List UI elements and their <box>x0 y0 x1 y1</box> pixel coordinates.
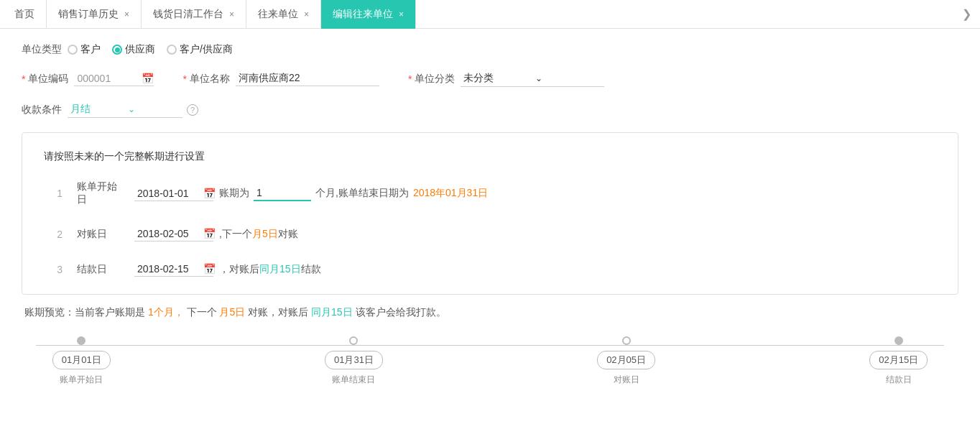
step-2-highlight: 月5日 <box>252 228 278 241</box>
radio-both-label: 客户/供应商 <box>180 43 233 56</box>
step-1-num: 1 <box>51 188 63 199</box>
radio-supplier-label: 供应商 <box>125 43 155 56</box>
timeline-label-4: 结款日 <box>886 374 912 386</box>
tab-bar: 首页 销售订单历史 × 钱货日清工作台 × 往来单位 × 编辑往来单位 × ❯ <box>0 0 980 29</box>
preview-text: 账期预览：当前客户账期是 1个月， 下一个 月5日 对账，对账后 同月15日 该… <box>22 306 958 319</box>
step-1-label: 账单开始日 <box>77 180 120 206</box>
step-1-calendar-icon[interactable]: 📅 <box>203 188 216 199</box>
payment-group: 收款条件 月结 ⌄ ? <box>22 101 198 118</box>
tab-edit-partner-label: 编辑往来单位 <box>333 8 393 21</box>
unit-name-input[interactable] <box>236 71 379 86</box>
unit-name-star: * <box>182 73 186 85</box>
timeline-badge-1: 01月01日 <box>52 351 111 369</box>
preview-reconcile-suffix: 对账，对账后 <box>248 306 308 318</box>
unit-classify-select[interactable]: 未分类 ⌄ <box>461 70 604 87</box>
preview-prefix: 账期预览：当前客户账期是 <box>24 306 145 318</box>
tab-partner[interactable]: 往来单位 × <box>246 0 321 29</box>
payment-label: 收款条件 <box>22 104 62 116</box>
step-1-date-input[interactable] <box>137 188 200 199</box>
unit-type-label: 单位类型 <box>22 43 62 56</box>
tab-expand-button[interactable]: ❯ <box>953 0 980 29</box>
step-3-desc-prefix: ，对账后 <box>219 263 259 276</box>
radio-supplier-circle <box>112 45 122 55</box>
tab-edit-partner[interactable]: 编辑往来单位 × <box>321 0 416 29</box>
timeline-dot-2 <box>349 336 358 345</box>
radio-customer[interactable]: 客户 <box>68 43 101 56</box>
preview-reconcile-highlight: 月5日 <box>219 306 245 318</box>
unit-classify-value: 未分类 <box>463 72 530 85</box>
timeline-point-4: 02月15日 结款日 <box>854 336 944 386</box>
step-3-date-field: 📅 <box>134 262 213 277</box>
payment-value: 月结 <box>70 103 122 116</box>
unit-code-group: * 单位编码 📅 <box>22 71 154 86</box>
timeline-label-2: 账单结束日 <box>332 374 375 386</box>
timeline-label-1: 账单开始日 <box>60 374 103 386</box>
unit-code-input[interactable] <box>74 71 139 86</box>
unit-code-field-wrapper: 📅 <box>74 71 154 86</box>
timeline-badge-4: 02月15日 <box>869 351 928 369</box>
unit-classify-label: 单位分类 <box>415 73 455 86</box>
step-3-calendar-icon[interactable]: 📅 <box>203 263 216 275</box>
tab-partner-close[interactable]: × <box>304 9 309 19</box>
preview-payment-highlight: 同月15日 <box>311 306 353 318</box>
tab-edit-partner-close[interactable]: × <box>399 9 404 19</box>
unit-type-radio-group: 客户 供应商 客户/供应商 <box>68 43 233 56</box>
tab-sales-history[interactable]: 销售订单历史 × <box>47 0 142 29</box>
timeline-point-1: 01月01日 账单开始日 <box>36 336 126 386</box>
tab-cash-work[interactable]: 钱货日清工作台 × <box>142 0 246 29</box>
step-1-end-date: 2018年01月31日 <box>413 187 488 200</box>
payment-help-icon[interactable]: ? <box>187 104 198 116</box>
timeline-dot-3 <box>622 336 631 345</box>
tab-sales-history-close[interactable]: × <box>124 9 129 19</box>
radio-customer-label: 客户 <box>80 43 101 56</box>
timeline-dot-1 <box>77 336 85 345</box>
settings-row-3: 3 结款日 📅 ，对账后 同月15日 结款 <box>44 262 936 277</box>
step-1-date-field: 📅 <box>134 186 213 201</box>
step-1-period-input[interactable] <box>254 185 311 201</box>
timeline-container: 01月01日 账单开始日 01月31日 账单结束日 02月05日 对账日 <box>22 336 958 408</box>
step-1-period-suffix: 个月,账单结束日期为 <box>315 187 409 200</box>
timeline-connector-2 <box>399 345 581 346</box>
timeline-point-3: 02月05日 对账日 <box>581 336 671 386</box>
unit-classify-star: * <box>408 73 412 85</box>
preview-suffix: 该客户会给我打款。 <box>356 306 446 318</box>
unit-code-star: * <box>22 73 25 85</box>
timeline-badge-3: 02月05日 <box>597 351 655 369</box>
main-content: 单位类型 客户 供应商 客户/供应商 * 单位编码 <box>0 29 980 437</box>
timeline-connector-1 <box>126 345 308 346</box>
step-3-date-input[interactable] <box>137 263 200 275</box>
timeline-badge-2: 01月31日 <box>325 351 383 369</box>
step-3-highlight: 同月15日 <box>259 263 301 276</box>
timeline-label-3: 对账日 <box>614 374 639 386</box>
unit-code-icon[interactable]: 📅 <box>142 73 154 84</box>
unit-classify-group: * 单位分类 未分类 ⌄ <box>408 70 604 87</box>
unit-name-label: 单位名称 <box>190 73 230 86</box>
step-2-num: 2 <box>51 229 63 240</box>
timeline-connector-3 <box>672 345 854 346</box>
step-2-calendar-icon[interactable]: 📅 <box>203 228 216 239</box>
tab-home[interactable]: 首页 <box>0 0 47 29</box>
step-2-date-field: 📅 <box>134 226 213 242</box>
step-2-desc-prefix: ,下一个 <box>219 228 252 241</box>
settings-title: 请按照未来的一个完整帐期进行设置 <box>44 150 936 163</box>
timeline-point-2: 01月31日 账单结束日 <box>308 336 399 386</box>
step-2-desc-suffix: 对账 <box>278 228 298 241</box>
tab-sales-history-label: 销售订单历史 <box>58 8 119 21</box>
step-2-date-input[interactable] <box>137 228 200 239</box>
unit-classify-arrow: ⌄ <box>535 73 601 83</box>
radio-customer-circle <box>68 45 78 55</box>
radio-both[interactable]: 客户/供应商 <box>167 43 233 56</box>
payment-select[interactable]: 月结 ⌄ <box>68 101 182 118</box>
unit-name-group: * 单位名称 <box>182 71 379 86</box>
preview-mid: 下一个 <box>187 306 217 318</box>
settings-panel: 请按照未来的一个完整帐期进行设置 1 账单开始日 📅 账期为 个月,账单结束日期… <box>22 132 958 295</box>
timeline: 01月01日 账单开始日 01月31日 账单结束日 02月05日 对账日 <box>36 336 944 386</box>
timeline-dot-4 <box>895 336 903 345</box>
step-2-label: 对账日 <box>77 228 120 241</box>
settings-row-2: 2 对账日 📅 ,下一个 月5日 对账 <box>44 226 936 242</box>
tab-home-label: 首页 <box>14 8 34 21</box>
tab-cash-work-label: 钱货日清工作台 <box>153 8 223 21</box>
tab-partner-label: 往来单位 <box>258 8 298 21</box>
radio-supplier[interactable]: 供应商 <box>112 43 155 56</box>
tab-cash-work-close[interactable]: × <box>229 9 234 19</box>
